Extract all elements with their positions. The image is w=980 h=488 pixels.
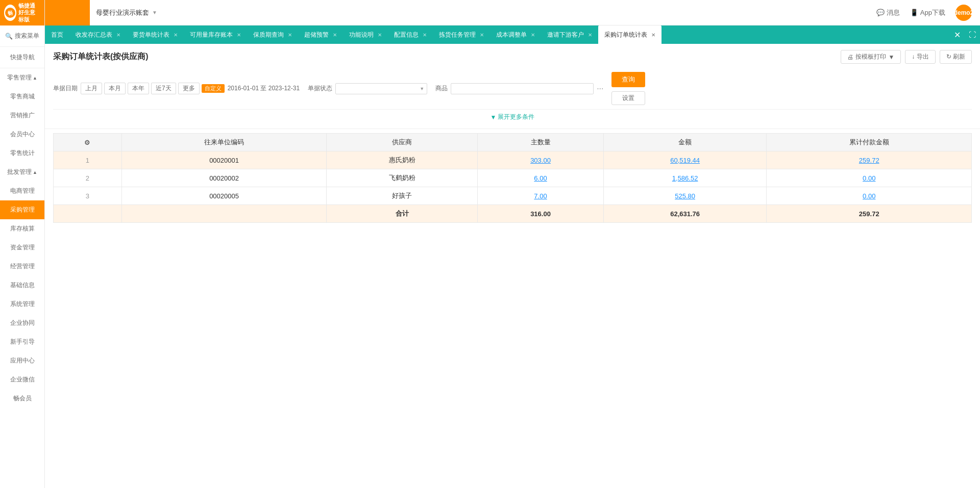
tab-receive-pay[interactable]: 收发存汇总表✕ [69,25,127,44]
date-this-year-btn[interactable]: 本年 [128,83,149,94]
tab-close-overstock-warning[interactable]: ✕ [333,32,337,38]
footer-amount: 62,631.76 [603,205,767,223]
tab-close-receive-pay[interactable]: ✕ [116,32,120,38]
sidebar-item-enterprise-collab[interactable]: 企业协同 [0,314,44,332]
sidebar-item-retail-stats[interactable]: 零售统计 [0,144,44,163]
topbar-dropdown-area: 母婴行业演示账套 ▼ [90,8,157,17]
export-icon: ↓ [912,53,915,60]
sidebar-item-retail-shop[interactable]: 零售商城 [0,87,44,106]
user-avatar[interactable]: demo2 [955,5,972,21]
date-this-month-btn[interactable]: 本月 [104,83,126,94]
tab-close-pick-task[interactable]: ✕ [480,32,484,38]
quick-nav-button[interactable]: 快捷导航 [0,50,44,65]
sidebar-item-ecom-mgmt[interactable]: 电商管理 [0,182,44,200]
tab-close-config-info[interactable]: ✕ [423,32,427,38]
tab-pick-task[interactable]: 拣货任务管理✕ [433,25,490,44]
tab-label-expiry-query: 保质期查询 [253,31,284,39]
footer-settings-cell [54,205,122,223]
date-filter-label: 单据日期 [53,84,78,93]
sidebar-item-enterprise-wechat[interactable]: 企业微信 [0,370,44,389]
col-settings: ⚙ [54,134,122,151]
sidebar-item-member[interactable]: 畅会员 [0,389,44,408]
table-row[interactable]: 3 00020005 好孩子 7.00 525.80 0.00 [54,187,972,205]
row-supplier: 惠氏奶粉 [327,151,478,169]
sidebar-item-wholesale-mgmt[interactable]: 批发管理▲ [0,163,44,182]
sidebar-item-member-center[interactable]: 会员中心 [0,125,44,144]
tab-label-pick-task: 拣货任务管理 [439,31,476,39]
tab-req-stats[interactable]: 要货单统计表✕ [127,25,184,44]
tab-close-available-stock[interactable]: ✕ [237,32,241,38]
account-dropdown-label[interactable]: 母婴行业演示账套 [96,8,149,17]
sidebar-item-purchase-mgmt[interactable]: 采购管理 [0,200,44,219]
tab-close-purchase-stats[interactable]: ✕ [651,32,655,38]
tab-invite-downstream[interactable]: 邀请下游客户✕ [541,25,598,44]
filter-row-1: 单据日期 上月 本月 本年 近7天 更多 自定义 2016-01-01 至 20… [53,72,972,105]
row-paid: 0.00 [767,169,972,187]
footer-code-cell [121,205,326,223]
sidebar-item-inventory-check[interactable]: 库存核算 [0,219,44,238]
date-last-month-btn[interactable]: 上月 [81,83,102,94]
tab-close-function-desc[interactable]: ✕ [378,32,382,38]
row-num: 3 [54,187,122,205]
topbar-right: 💬 消息 📱 App下载 demo2 [876,5,972,21]
sidebar-item-retail-mgmt[interactable]: 零售管理▲ [0,68,44,87]
goods-input[interactable] [451,83,594,94]
tab-expiry-query[interactable]: 保质期查询✕ [247,25,298,44]
goods-filter-group: 商品 ··· [435,83,603,94]
tab-cost-adjust[interactable]: 成本调整单✕ [490,25,541,44]
tab-home[interactable]: 首页 [45,25,69,44]
close-all-tabs-button[interactable]: ✕ [950,25,965,44]
topbar-left: 母婴行业演示账套 ▼ [45,0,157,25]
date-7days-btn[interactable]: 近7天 [151,83,176,94]
maximize-button[interactable]: ⛶ [965,25,980,44]
goods-more-btn[interactable]: ··· [597,84,603,93]
sidebar-item-basic-info[interactable]: 基础信息 [0,276,44,295]
query-button[interactable]: 查询 [611,72,645,87]
export-button[interactable]: ↓ 导出 [905,50,935,64]
sidebar-item-app-center[interactable]: 应用中心 [0,351,44,370]
sidebar-item-finance-mgmt[interactable]: 资金管理 [0,238,44,257]
row-qty: 6.00 [478,169,603,187]
topbar-logo-space [45,0,90,25]
tab-label-req-stats: 要货单统计表 [133,31,169,39]
tab-close-req-stats[interactable]: ✕ [174,32,178,38]
download-icon: 📱 [910,9,918,16]
sidebar: 畅 畅捷通好生意 标版 🔍 搜索菜单 快捷导航 零售管理▲零售商城营销推广会员中… [0,0,45,488]
filter-area: 单据日期 上月 本月 本年 近7天 更多 自定义 2016-01-01 至 20… [45,68,980,129]
date-more-btn[interactable]: 更多 [178,83,200,94]
sidebar-item-new-guide[interactable]: 新手引导 [0,332,44,351]
date-quick-buttons: 上月 本月 本年 近7天 更多 自定义 [81,83,225,94]
tab-available-stock[interactable]: 可用量库存账本✕ [184,25,247,44]
tab-close-invite-downstream[interactable]: ✕ [588,32,592,38]
settings-col-icon[interactable]: ⚙ [84,139,90,146]
sidebar-item-marketing[interactable]: 营销推广 [0,106,44,125]
query-settings-group: 查询 设置 [611,72,645,105]
dropdown-chevron-icon[interactable]: ▼ [152,10,157,15]
table-row[interactable]: 2 00020002 飞鹤奶粉 6.00 1,586.52 0.00 [54,169,972,187]
tab-label-purchase-stats: 采购订单统计表 [604,31,647,39]
table-row[interactable]: 1 00020001 惠氏奶粉 303.00 60,519.44 259.72 [54,151,972,169]
tab-function-desc[interactable]: 功能说明✕ [343,25,388,44]
logo-icon: 畅 [4,5,16,21]
date-range-display: 2016-01-01 至 2023-12-31 [228,84,300,93]
message-action[interactable]: 💬 消息 [876,8,900,17]
status-select[interactable] [335,83,427,94]
date-custom-badge: 自定义 [202,84,225,93]
refresh-button[interactable]: ↻ 刷新 [940,50,972,64]
tab-purchase-stats[interactable]: 采购订单统计表✕ [598,25,662,44]
tab-overstock-warning[interactable]: 超储预警✕ [298,25,343,44]
tab-close-cost-adjust[interactable]: ✕ [531,32,535,38]
sidebar-item-sys-mgmt[interactable]: 系统管理 [0,295,44,314]
sidebar-item-operations-mgmt[interactable]: 经营管理 [0,257,44,276]
tab-close-expiry-query[interactable]: ✕ [288,32,292,38]
search-menu-button[interactable]: 🔍 搜索菜单 [3,30,41,42]
tab-config-info[interactable]: 配置信息✕ [388,25,433,44]
sidebar-nav-items: 零售管理▲零售商城营销推广会员中心零售统计批发管理▲电商管理采购管理库存核算资金… [0,68,44,408]
app-download-action[interactable]: 📱 App下载 [910,8,945,17]
settings-button[interactable]: 设置 [611,91,645,105]
quick-nav-section: 快捷导航 [0,47,44,68]
print-button[interactable]: 🖨 按模板打印 ▼ [841,50,901,64]
expand-more-btn[interactable]: ▼ 展开更多条件 [491,113,535,121]
logo-text: 畅捷通好生意 标版 [18,3,40,23]
page-actions: 🖨 按模板打印 ▼ ↓ 导出 ↻ 刷新 [841,50,972,64]
